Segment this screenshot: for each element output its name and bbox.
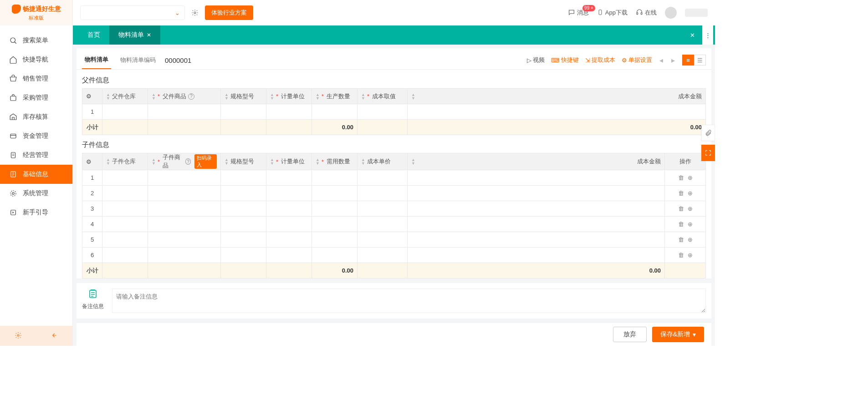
cell-child-spec[interactable] — [221, 232, 266, 248]
tab-home[interactable]: 首页 — [78, 25, 109, 45]
cell-child-product[interactable] — [148, 170, 221, 186]
cell-child-uom[interactable] — [266, 232, 312, 248]
cell-child-usage[interactable] — [312, 232, 357, 248]
cell-child-spec[interactable] — [221, 186, 266, 201]
table-row[interactable]: 5🗑⊕ — [82, 232, 706, 248]
cell-parent-costamt[interactable] — [408, 104, 706, 120]
view-card-icon[interactable]: ☰ — [694, 55, 706, 66]
delete-row-icon[interactable]: 🗑 — [678, 174, 684, 181]
save-and-new-button[interactable]: 保存&新增 ▾ — [652, 327, 704, 342]
delete-row-icon[interactable]: 🗑 — [678, 236, 684, 243]
sidebar-item-quicknav[interactable]: 快捷导航 — [0, 50, 72, 69]
extract-cost-link[interactable]: ⇲提取成本 — [585, 56, 615, 64]
tabs-menu-icon[interactable]: ⋮ — [702, 25, 713, 45]
cell-child-uom[interactable] — [266, 248, 312, 263]
doc-type-tab[interactable]: 物料清单 — [82, 51, 111, 69]
cell-child-warehouse[interactable] — [102, 217, 148, 232]
col-child-usage[interactable]: ▲▼*需用数量 — [312, 153, 357, 170]
cell-parent-spec[interactable] — [221, 104, 266, 120]
add-row-icon[interactable]: ⊕ — [688, 252, 693, 258]
messages-button[interactable]: 消息 99 + — [568, 9, 589, 17]
sidebar-item-inventory[interactable]: 库存核算 — [0, 107, 72, 127]
table-row[interactable]: 6🗑⊕ — [82, 248, 706, 263]
row-config-header[interactable]: ⚙ — [82, 153, 102, 170]
view-list-icon[interactable]: ≡ — [682, 55, 694, 66]
cell-child-costamt[interactable] — [408, 217, 665, 232]
cell-parent-warehouse[interactable] — [102, 104, 148, 120]
help-icon[interactable]: ? — [185, 158, 191, 165]
online-service-button[interactable]: 在线 — [636, 9, 657, 17]
cell-child-costamt[interactable] — [408, 186, 665, 201]
cell-child-usage[interactable] — [312, 248, 357, 263]
cell-parent-product[interactable] — [148, 104, 221, 120]
cell-parent-uom[interactable] — [266, 104, 312, 120]
cell-child-unitcost[interactable] — [357, 186, 408, 201]
close-all-tabs-icon[interactable]: ✕ — [685, 28, 700, 42]
col-parent-product[interactable]: ▲▼*父件商品? — [148, 89, 221, 104]
video-link[interactable]: ▷视频 — [527, 56, 545, 64]
col-parent-costamt[interactable]: ▲▼成本金额 — [408, 89, 706, 104]
add-row-icon[interactable]: ⊕ — [688, 174, 693, 181]
col-child-uom[interactable]: ▲▼*计量单位 — [266, 153, 312, 170]
doc-setting-link[interactable]: ⚙单据设置 — [622, 56, 652, 64]
sidebar-item-basicdata[interactable]: 基础信息 — [0, 165, 72, 184]
tab-bom[interactable]: 物料清单 ✕ — [109, 25, 160, 45]
company-selector[interactable]: ⌄ — [80, 5, 185, 20]
cell-child-warehouse[interactable] — [102, 170, 148, 186]
sidebar-item-search[interactable]: 搜索菜单 — [0, 31, 72, 50]
cell-child-costamt[interactable] — [408, 248, 665, 263]
cell-child-spec[interactable] — [221, 248, 266, 263]
sidebar-item-system[interactable]: 系统管理 — [0, 184, 72, 203]
delete-row-icon[interactable]: 🗑 — [678, 221, 684, 228]
cell-child-unitcost[interactable] — [357, 201, 408, 217]
cell-child-usage[interactable] — [312, 217, 357, 232]
settings-icon[interactable] — [15, 332, 22, 340]
discard-button[interactable]: 放弃 — [613, 327, 647, 342]
cell-child-spec[interactable] — [221, 217, 266, 232]
cell-child-uom[interactable] — [266, 217, 312, 232]
col-child-unitcost[interactable]: ▲▼成本单价 — [357, 153, 408, 170]
col-parent-uom[interactable]: ▲▼*计量单位 — [266, 89, 312, 104]
col-child-costamt[interactable]: ▲▼成本金额 — [408, 153, 665, 170]
add-row-icon[interactable]: ⊕ — [688, 236, 693, 243]
sidebar-item-operation[interactable]: 经营管理 — [0, 146, 72, 165]
cell-child-spec[interactable] — [221, 170, 266, 186]
user-avatar[interactable] — [665, 7, 677, 19]
scan-entry-tag[interactable]: 扫码录入 — [194, 154, 217, 169]
cell-child-product[interactable] — [148, 217, 221, 232]
cell-child-spec[interactable] — [221, 201, 266, 217]
fullscreen-button[interactable] — [701, 145, 715, 161]
remarks-input[interactable] — [112, 288, 706, 313]
col-child-product[interactable]: ▲▼*子件商品?扫码录入 — [148, 153, 221, 170]
cell-child-unitcost[interactable] — [357, 217, 408, 232]
table-row[interactable]: 1🗑⊕ — [82, 170, 706, 186]
sidebar-item-guide[interactable]: 新手引导 — [0, 203, 72, 222]
cell-child-unitcost[interactable] — [357, 232, 408, 248]
cell-child-uom[interactable] — [266, 201, 312, 217]
col-parent-costselect[interactable]: ▲▼*成本取值 — [357, 89, 408, 104]
cell-child-warehouse[interactable] — [102, 232, 148, 248]
cell-child-costamt[interactable] — [408, 232, 665, 248]
cell-child-usage[interactable] — [312, 186, 357, 201]
col-parent-spec[interactable]: ▲▼规格型号 — [221, 89, 266, 104]
cell-child-warehouse[interactable] — [102, 186, 148, 201]
cell-child-unitcost[interactable] — [357, 248, 408, 263]
help-icon[interactable]: ? — [188, 93, 194, 100]
cell-child-costamt[interactable] — [408, 201, 665, 217]
table-row[interactable]: 2🗑⊕ — [82, 186, 706, 201]
sidebar-item-finance[interactable]: 资金管理 — [0, 127, 72, 146]
cell-child-product[interactable] — [148, 201, 221, 217]
prev-doc-icon[interactable]: ◂ — [659, 56, 664, 65]
cell-child-product[interactable] — [148, 232, 221, 248]
cell-child-uom[interactable] — [266, 186, 312, 201]
cell-child-unitcost[interactable] — [357, 170, 408, 186]
col-parent-qty[interactable]: ▲▼*生产数量 — [312, 89, 357, 104]
delete-row-icon[interactable]: 🗑 — [678, 252, 684, 258]
next-doc-icon[interactable]: ▸ — [670, 56, 676, 65]
cell-child-uom[interactable] — [266, 170, 312, 186]
add-row-icon[interactable]: ⊕ — [688, 205, 693, 212]
col-child-spec[interactable]: ▲▼规格型号 — [221, 153, 266, 170]
delete-row-icon[interactable]: 🗑 — [678, 205, 684, 212]
close-icon[interactable]: ✕ — [147, 32, 151, 38]
attachment-button[interactable] — [701, 125, 715, 141]
